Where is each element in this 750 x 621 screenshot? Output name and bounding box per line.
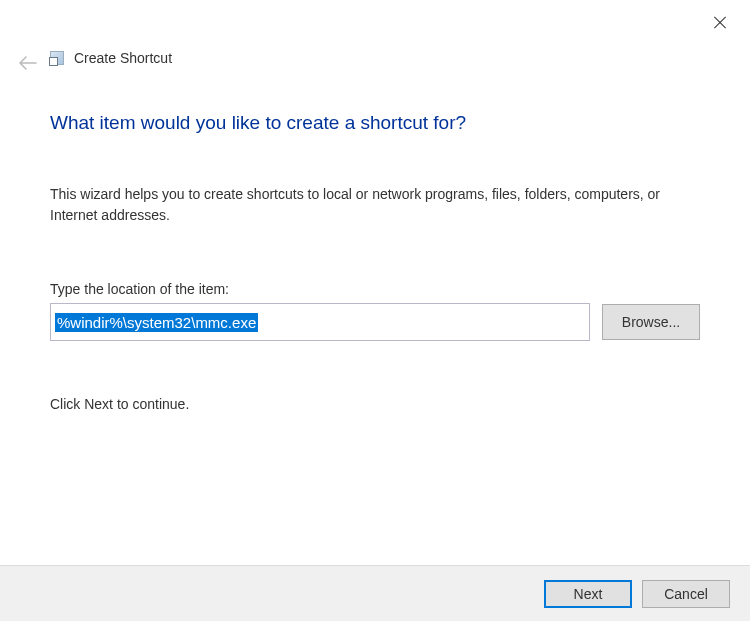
footer-bar: Next Cancel [0,565,750,621]
next-button[interactable]: Next [544,580,632,608]
content-area: What item would you like to create a sho… [50,112,700,412]
back-arrow-icon[interactable] [18,55,38,71]
wizard-heading: What item would you like to create a sho… [50,112,700,134]
shortcut-icon [50,51,64,65]
location-label: Type the location of the item: [50,281,700,297]
wizard-description: This wizard helps you to create shortcut… [50,184,700,226]
cancel-button[interactable]: Cancel [642,580,730,608]
location-input[interactable]: %windir%\system32\mmc.exe [50,303,590,341]
continue-text: Click Next to continue. [50,396,700,412]
browse-button[interactable]: Browse... [602,304,700,340]
wizard-title: Create Shortcut [74,50,172,66]
title-bar: Create Shortcut [50,50,172,66]
close-button[interactable] [712,14,728,30]
input-row: %windir%\system32\mmc.exe Browse... [50,303,700,341]
location-input-text: %windir%\system32\mmc.exe [55,313,258,332]
